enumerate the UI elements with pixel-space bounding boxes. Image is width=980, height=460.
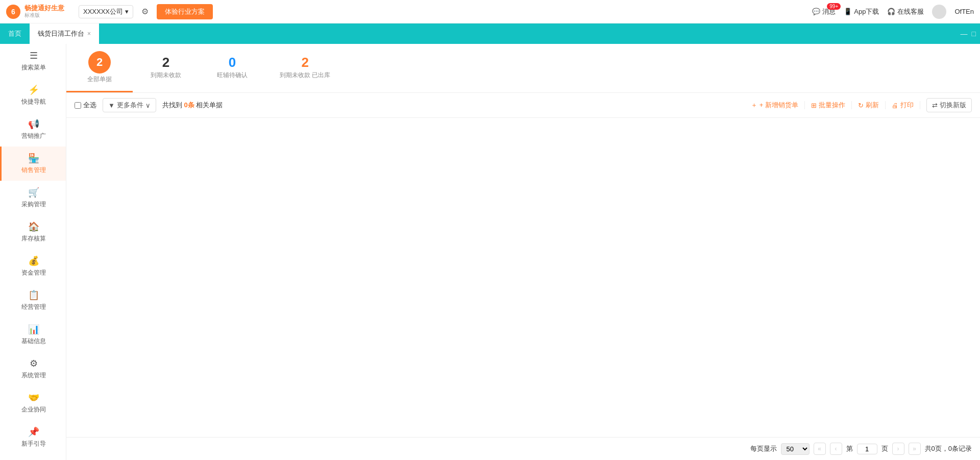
company-dropdown-icon: ▾ — [125, 8, 129, 15]
sidebar-label-search-menu: 搜索菜单 — [21, 63, 46, 72]
page-number-input[interactable] — [857, 444, 877, 454]
app-download-button[interactable]: 📱 App下载 — [844, 7, 879, 16]
filter-label: 更多条件 — [117, 101, 143, 110]
sidebar-item-operation[interactable]: 📋 经营管理 — [0, 283, 66, 318]
stat-num-all: 2 — [88, 51, 111, 74]
select-all-wrapper[interactable]: 全选 — [75, 101, 96, 110]
sidebar-label-purchase: 采购管理 — [21, 200, 46, 209]
stat-num-shipped: 2 — [301, 55, 308, 70]
sales-icon: 🏪 — [28, 153, 39, 164]
sidebar: ☰ 搜索菜单 ⚡ 快捷导航 📢 营销推广 🏪 销售管理 🛒 采购管理 🏠 库存核… — [0, 44, 66, 460]
stat-tab-pending[interactable]: 0 旺辅待确认 — [199, 44, 265, 92]
operation-icon: 📋 — [28, 289, 39, 301]
message-button[interactable]: 💬 消息 99+ — [812, 7, 836, 16]
per-page-label: 每页显示 — [750, 444, 777, 453]
switch-label: 切换新版 — [940, 101, 966, 110]
toolbar-divider-4 — [920, 101, 920, 109]
sidebar-label-marketing: 营销推广 — [21, 132, 46, 140]
filter-icon: ▼ — [108, 102, 115, 109]
next-page-button[interactable]: › — [892, 443, 904, 455]
stat-num-pending: 0 — [229, 55, 236, 70]
switch-icon: ⇄ — [932, 102, 938, 109]
stat-label-shipped: 到期未收款 已出库 — [280, 71, 330, 80]
page-suffix: 页 — [881, 444, 888, 453]
match-suffix: 相关单据 — [196, 101, 223, 109]
total-info: 共0页，0条记录 — [925, 444, 972, 453]
add-sales-order-button[interactable]: ＋ + 新增销货单 — [751, 101, 798, 110]
basic-icon: 📊 — [28, 324, 39, 335]
print-button[interactable]: 🖨 打印 — [892, 101, 914, 110]
nav-right-controls: — □ — [961, 30, 980, 38]
guide-icon: 📌 — [28, 426, 39, 438]
sidebar-label-operation: 经营管理 — [21, 303, 46, 311]
refresh-icon: ↻ — [858, 102, 864, 109]
tab-home[interactable]: 首页 — [0, 23, 30, 44]
refresh-label: 刷新 — [866, 101, 879, 110]
quick-nav-icon: ⚡ — [28, 84, 39, 95]
sidebar-item-quick-nav[interactable]: ⚡ 快捷导航 — [0, 78, 66, 112]
stat-tab-overdue[interactable]: 2 到期未收款 — [133, 44, 199, 92]
page-label: 第 — [846, 444, 853, 453]
purchase-icon: 🛒 — [28, 187, 39, 198]
sidebar-item-finance[interactable]: 💰 资金管理 — [0, 249, 66, 283]
first-page-button[interactable]: « — [814, 443, 826, 455]
tab-home-label: 首页 — [8, 29, 21, 38]
next-page-icon: › — [897, 445, 899, 452]
sidebar-label-guide: 新手引导 — [21, 440, 46, 448]
tab-close-icon[interactable]: × — [87, 30, 91, 37]
maximize-icon[interactable]: □ — [972, 30, 976, 38]
print-label: 打印 — [900, 101, 914, 110]
logo-sub: 标准版 — [24, 12, 64, 19]
stat-tab-shipped[interactable]: 2 到期未收款 已出库 — [265, 44, 345, 92]
marketing-icon: 📢 — [28, 118, 39, 130]
select-all-checkbox[interactable] — [75, 102, 81, 109]
sidebar-item-marketing[interactable]: 📢 营销推广 — [0, 112, 66, 147]
sidebar-item-enterprise[interactable]: 🤝 企业协同 — [0, 386, 66, 420]
industry-button[interactable]: 体验行业方案 — [157, 4, 213, 19]
sidebar-label-quick-nav: 快捷导航 — [21, 98, 46, 106]
match-prefix: 共找到 — [162, 101, 182, 109]
username: OfTEn — [954, 8, 974, 15]
online-service-button[interactable]: 🎧 在线客服 — [887, 7, 924, 16]
main-content: 2 全部单据 2 到期未收款 0 旺辅待确认 2 到期未收款 已出库 全选 — [66, 44, 980, 460]
avatar[interactable] — [932, 5, 946, 19]
print-icon: 🖨 — [892, 102, 898, 109]
app-label: App下载 — [854, 7, 879, 16]
toolbar-right: ＋ + 新增销货单 ⊞ 批量操作 ↻ 刷新 🖨 打印 — [751, 98, 972, 112]
sidebar-item-guide[interactable]: 📌 新手引导 — [0, 420, 66, 454]
stat-label-overdue: 到期未收款 — [151, 71, 181, 80]
sidebar-item-inventory[interactable]: 🏠 库存核算 — [0, 215, 66, 249]
sidebar-item-appstore[interactable]: 🎁 应用中心 — [0, 454, 66, 460]
tab-qhrq[interactable]: 钱货日清工作台 × — [30, 23, 99, 44]
logo-icon: 6 — [6, 5, 20, 19]
last-page-button[interactable]: » — [909, 443, 921, 455]
toolbar: 全选 ▼ 更多条件 ∨ 共找到 0条 相关单据 ＋ + 新增销货单 ⊞ — [66, 93, 980, 118]
sidebar-item-purchase[interactable]: 🛒 采购管理 — [0, 181, 66, 215]
sidebar-label-finance: 资金管理 — [21, 269, 46, 277]
prev-page-button[interactable]: ‹ — [830, 443, 842, 455]
stat-tab-all[interactable]: 2 全部单据 — [66, 44, 133, 92]
enterprise-icon: 🤝 — [28, 392, 39, 403]
toolbar-divider-2 — [851, 101, 852, 109]
message-badge: 99+ — [827, 3, 841, 10]
batch-label: 批量操作 — [819, 101, 845, 110]
company-selector[interactable]: XXXXXX公司 ▾ — [79, 5, 133, 18]
settings-icon[interactable]: ⚙ — [141, 7, 149, 16]
finance-icon: 💰 — [28, 255, 39, 267]
stat-label-all: 全部单据 — [87, 75, 112, 84]
filter-button[interactable]: ▼ 更多条件 ∨ — [103, 98, 156, 112]
switch-version-button[interactable]: ⇄ 切换新版 — [926, 98, 972, 112]
nav-tabs: 首页 钱货日清工作台 × — □ — [0, 23, 980, 44]
sidebar-item-system[interactable]: ⚙ 系统管理 — [0, 352, 66, 386]
per-page-select[interactable]: 20 50 100 — [781, 443, 810, 455]
toolbar-divider-3 — [885, 101, 886, 109]
inventory-icon: 🏠 — [28, 221, 39, 232]
stats-row: 2 全部单据 2 到期未收款 0 旺辅待确认 2 到期未收款 已出库 — [66, 44, 980, 93]
top-bar-right: 💬 消息 99+ 📱 App下载 🎧 在线客服 OfTEn — [812, 5, 974, 19]
sidebar-item-search-menu[interactable]: ☰ 搜索菜单 — [0, 44, 66, 78]
refresh-button[interactable]: ↻ 刷新 — [858, 101, 879, 110]
batch-ops-button[interactable]: ⊞ 批量操作 — [811, 101, 845, 110]
minimize-icon[interactable]: — — [961, 30, 968, 38]
sidebar-item-basic[interactable]: 📊 基础信息 — [0, 318, 66, 352]
sidebar-item-sales[interactable]: 🏪 销售管理 — [0, 147, 66, 181]
